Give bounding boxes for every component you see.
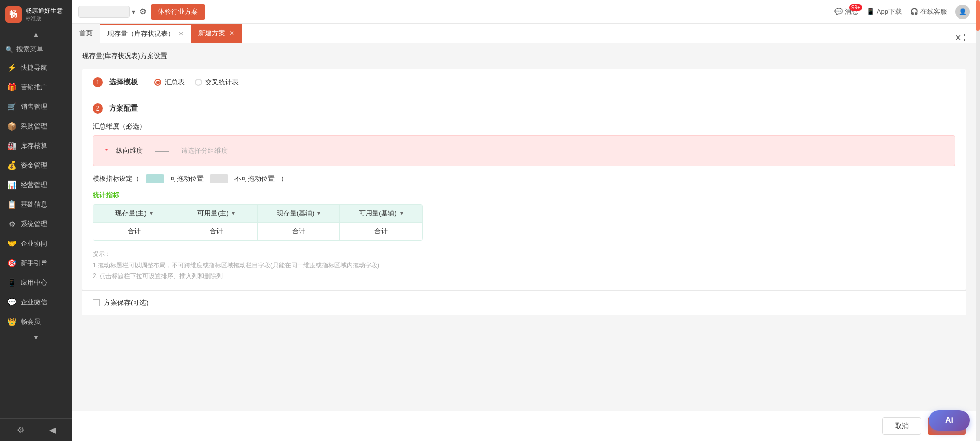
fixed-label: 不可拖动位置: [234, 174, 275, 183]
col-available-main-label: 可用量(主): [197, 209, 229, 218]
tab-inventory-status[interactable]: 现存量（库存状况表） ✕: [100, 24, 191, 43]
col-available-aux-label: 可用量(基辅): [359, 209, 397, 218]
ai-label: Ai: [945, 416, 953, 425]
sidebar-item-sales[interactable]: 🛒 销售管理: [0, 97, 72, 117]
sidebar-item-quick-nav[interactable]: ⚡ 快捷导航: [0, 58, 72, 78]
cancel-button[interactable]: 取消: [882, 417, 921, 435]
tab-inventory-label: 现存量（库存状况表）: [107, 29, 174, 39]
sidebar-search-label: 搜索菜单: [16, 45, 43, 54]
settings-btn[interactable]: ⚙: [15, 423, 26, 437]
sidebar-item-inventory[interactable]: 🏭 库存核算: [0, 136, 72, 156]
cell-3: 合计: [340, 223, 422, 240]
search-input[interactable]: [78, 6, 130, 18]
tips-section: 提示： 1.拖动标题栏可以调整布局，不可跨维度或指标区域拖动栏目字段(只能在同一…: [93, 249, 955, 282]
search-dropdown-btn[interactable]: ▾: [132, 8, 135, 16]
page-title: 现存量(库存状况表)方案设置: [82, 51, 966, 61]
content-area: 现存量(库存状况表)方案设置 1 选择模板 汇总表 交叉统计表: [72, 43, 976, 411]
online-service-label: 在线客服: [920, 7, 947, 16]
sidebar-scroll-up[interactable]: ▲: [0, 29, 72, 41]
save-checkbox[interactable]: [93, 299, 100, 306]
message-icon: 💬: [834, 8, 843, 15]
sidebar-nav-label: 基础信息: [21, 200, 47, 209]
sidebar-nav-label: 资金管理: [21, 161, 47, 170]
col-available-main-dropdown[interactable]: ▾: [232, 210, 235, 217]
inventory-icon: 🏭: [7, 141, 16, 151]
sidebar-item-purchase[interactable]: 📦 采购管理: [0, 117, 72, 136]
sidebar-item-app-center[interactable]: 📱 应用中心: [0, 273, 72, 292]
sidebar-nav-label: 采购管理: [21, 122, 47, 131]
radio-summary-circle: [154, 79, 161, 86]
col-available-main: 可用量(主) ▾: [175, 205, 258, 222]
tab-home-label: 首页: [79, 29, 93, 38]
col-current-aux-dropdown[interactable]: ▾: [317, 210, 320, 217]
online-service-group[interactable]: 🎧 在线客服: [910, 7, 947, 16]
sidebar-item-wechat[interactable]: 💬 企业微信: [0, 292, 72, 312]
tab-close-icon[interactable]: ✕: [955, 33, 961, 43]
sidebar-item-system[interactable]: ⚙ 系统管理: [0, 214, 72, 234]
step2-label: 方案配置: [109, 104, 138, 113]
tips-title: 提示：: [93, 250, 111, 258]
search-icon: 🔍: [5, 46, 13, 53]
topbar-left: ▾ ⚙ 体验行业方案: [78, 4, 829, 20]
required-row: * 纵向维度 —— 请选择分组维度: [93, 135, 955, 166]
cell-2: 合计: [258, 223, 340, 240]
tab-new-scheme[interactable]: 新建方案 ✕: [191, 24, 242, 43]
col-current-main-dropdown[interactable]: ▾: [150, 210, 153, 217]
sidebar-item-enterprise[interactable]: 🤝 企业协同: [0, 234, 72, 253]
fixed-badge: [210, 174, 228, 183]
message-group[interactable]: 💬 消息 99+: [834, 7, 858, 16]
sidebar-item-finance[interactable]: 💰 资金管理: [0, 156, 72, 175]
tab-new-scheme-label: 新建方案: [198, 29, 225, 38]
logo-icon: 畅: [5, 6, 22, 23]
sidebar-bottom: ⚙ ◀: [0, 418, 72, 441]
col-current-main-label: 现存量(主): [115, 209, 147, 218]
radio-cross[interactable]: 交叉统计表: [195, 78, 239, 87]
sidebar-item-guide[interactable]: 🎯 新手引导: [0, 253, 72, 273]
stats-table-row: 合计 合计 合计 合计: [93, 222, 422, 240]
sidebar-item-member[interactable]: 👑 畅会员: [0, 312, 72, 332]
save-row: 方案保存(可选): [82, 290, 966, 315]
dimension-placeholder[interactable]: 请选择分组维度: [181, 146, 228, 155]
sidebar-scroll-down[interactable]: ▼: [0, 332, 72, 343]
sidebar-item-marketing[interactable]: 🎁 营销推广: [0, 78, 72, 97]
required-star: *: [105, 147, 108, 155]
app-download-group[interactable]: 📱 App下载: [866, 7, 902, 16]
radio-summary[interactable]: 汇总表: [154, 78, 185, 87]
step2-row: 2 方案配置: [93, 103, 955, 114]
sidebar-item-search[interactable]: 🔍 搜索菜单: [0, 41, 72, 58]
finance-icon: 💰: [7, 161, 16, 170]
basic-info-icon: 📋: [7, 200, 16, 209]
experience-btn[interactable]: 体验行业方案: [151, 4, 205, 20]
template-indicator-label: 模板指标设定（: [93, 174, 139, 183]
app-edition: 标准版: [26, 15, 63, 22]
tab-expand-icon[interactable]: ⛶: [964, 33, 972, 43]
content-inner: 现存量(库存状况表)方案设置 1 选择模板 汇总表 交叉统计表: [72, 43, 976, 323]
tab-home[interactable]: 首页: [72, 24, 100, 43]
tab-new-scheme-close[interactable]: ✕: [229, 30, 234, 37]
col-available-aux-dropdown[interactable]: ▾: [400, 210, 403, 217]
stats-section-label: 统计指标: [93, 191, 955, 200]
sidebar-nav-label: 应用中心: [21, 278, 47, 287]
scrollbar-thumb[interactable]: [976, 0, 980, 31]
app-logo: 畅 畅康通好生意 标准版: [0, 0, 72, 29]
tab-inventory-close[interactable]: ✕: [178, 30, 184, 38]
search-input-group: ▾: [78, 6, 135, 18]
app-name: 畅康通好生意: [26, 7, 63, 15]
sidebar-item-basic-info[interactable]: 📋 基础信息: [0, 195, 72, 214]
user-menu[interactable]: 👤: [955, 5, 970, 19]
sidebar-item-operations[interactable]: 📊 经营管理: [0, 175, 72, 195]
ai-float-button[interactable]: Ai: [929, 410, 970, 431]
stats-table: 现存量(主) ▾ 可用量(主) ▾ 现存量(基辅) ▾ 可用量(基辅): [93, 204, 423, 241]
topbar-gear-btn[interactable]: ⚙: [139, 7, 147, 16]
col-current-aux: 现存量(基辅) ▾: [258, 205, 340, 222]
quick-nav-icon: ⚡: [7, 63, 16, 72]
radio-cross-label: 交叉统计表: [205, 78, 239, 87]
save-label: 方案保存(可选): [104, 298, 149, 307]
right-scrollbar[interactable]: [976, 0, 980, 441]
guide-icon: 🎯: [7, 259, 16, 268]
collapse-btn[interactable]: ◀: [47, 423, 58, 437]
operations-icon: 📊: [7, 180, 16, 190]
footer-bar: 取消 查询: [72, 411, 976, 441]
app-download-icon: 📱: [866, 8, 875, 15]
sidebar-nav-label: 企业协同: [21, 239, 47, 248]
